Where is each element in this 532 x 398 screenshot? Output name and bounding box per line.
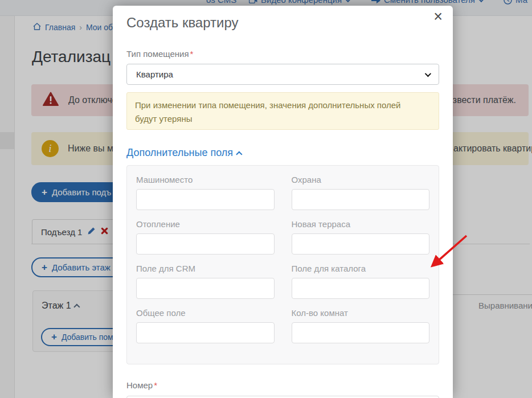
field-parking-label: Машиноместо	[136, 175, 275, 184]
field-rooms-count: Кол-во комнат	[292, 308, 430, 343]
field-security-label: Охрана	[292, 175, 430, 184]
field-security-input[interactable]	[292, 189, 430, 210]
field-common-label: Общее поле	[136, 308, 275, 318]
modal-title: Создать квартиру	[126, 15, 239, 31]
type-field-label-text: Тип помещения	[126, 49, 189, 59]
field-security: Охрана	[292, 175, 430, 210]
field-new-terrace-label: Новая терраса	[292, 219, 430, 229]
required-asterisk: *	[190, 49, 194, 59]
extra-fields-toggle[interactable]: Дополнительные поля	[126, 147, 243, 159]
type-change-warning-text: При изменении типа помещения, значения д…	[135, 99, 403, 126]
room-type-selected-value: Квартира	[136, 69, 173, 79]
screen: os CMS Видео конференция Сменить пользов…	[0, 0, 532, 398]
field-heating: Отопление	[136, 219, 275, 255]
field-crm: Поле для CRM	[136, 264, 275, 299]
close-icon[interactable]: ×	[430, 8, 446, 25]
number-field-input[interactable]	[126, 396, 439, 398]
number-field-label: Номер*	[126, 380, 157, 390]
field-common: Общее поле	[136, 308, 275, 343]
field-rooms-count-label: Кол-во комнат	[292, 308, 430, 318]
field-crm-label: Поле для CRM	[136, 264, 275, 273]
field-common-input[interactable]	[136, 322, 275, 343]
field-rooms-count-input[interactable]	[292, 322, 430, 343]
field-new-terrace: Новая терраса	[292, 219, 430, 255]
type-field-label: Тип помещения*	[126, 49, 193, 59]
field-catalog: Поле для каталога	[292, 264, 430, 299]
create-apartment-modal: × Создать квартиру Тип помещения* Кварти…	[113, 6, 453, 398]
field-catalog-label: Поле для каталога	[292, 264, 430, 273]
chevron-down-icon	[425, 70, 431, 76]
field-crm-input[interactable]	[136, 278, 275, 299]
field-new-terrace-input[interactable]	[292, 233, 430, 255]
field-heating-label: Отопление	[136, 219, 275, 229]
chevron-up-icon	[236, 151, 242, 157]
field-parking-input[interactable]	[136, 189, 275, 210]
number-field-label-text: Номер	[126, 380, 153, 390]
required-asterisk: *	[154, 380, 157, 390]
field-catalog-input[interactable]	[292, 278, 430, 299]
room-type-select[interactable]: Квартира	[126, 64, 439, 85]
extra-fields-toggle-label: Дополнительные поля	[126, 147, 233, 159]
field-heating-input[interactable]	[136, 233, 275, 255]
type-change-warning: При изменении типа помещения, значения д…	[126, 92, 439, 130]
field-parking: Машиноместо	[136, 175, 275, 210]
extra-fields-panel: Машиноместо Охрана Отопление Новая терра…	[126, 165, 439, 364]
